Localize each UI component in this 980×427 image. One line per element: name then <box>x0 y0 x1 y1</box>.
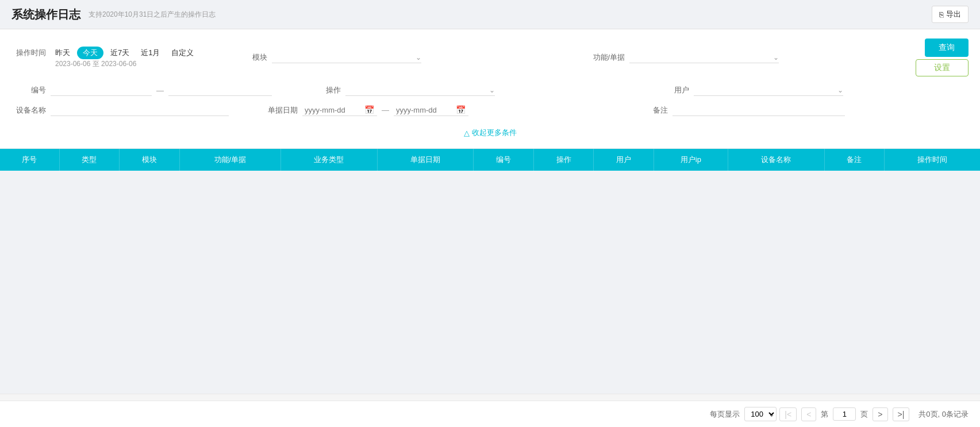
filter-remark-group: 备注 <box>633 105 969 116</box>
date-range-display: 2023-06-06 至 2023-06-06 <box>55 60 136 68</box>
time-options: 昨天 今天 近7天 近1月 自定义 <box>51 47 198 59</box>
table-header-cell: 类型 <box>59 149 119 171</box>
table-header-cell: 业务类型 <box>281 149 378 171</box>
table-header-cell: 单据日期 <box>377 149 474 171</box>
filter-time-group: 操作时间 昨天 今天 近7天 近1月 自定义 2023-06-06 至 2023… <box>11 47 198 69</box>
code-label: 编号 <box>11 85 46 95</box>
user-label: 用户 <box>655 85 689 95</box>
table-header-cell: 模块 <box>120 149 179 171</box>
page-size-label: 每页显示 <box>710 409 740 420</box>
function-chevron-icon: ⌄ <box>773 53 779 61</box>
time-btn-7days[interactable]: 近7天 <box>106 47 134 59</box>
table-area: 序号类型模块功能/单据业务类型单据日期编号操作用户用户ip设备名称备注操作时间 <box>0 149 980 394</box>
module-select[interactable]: ⌄ <box>272 52 421 63</box>
function-label: 功能/单据 <box>590 52 625 63</box>
table-header-cell: 编号 <box>474 149 533 171</box>
module-label: 模块 <box>233 52 267 63</box>
time-label: 操作时间 <box>11 48 46 58</box>
page-next-button[interactable]: > <box>873 407 887 421</box>
page-last-button[interactable]: >| <box>893 407 910 421</box>
collapse-label: 收起更多条件 <box>472 128 517 138</box>
user-select[interactable]: ⌄ <box>694 85 843 96</box>
horizontal-scrollbar[interactable] <box>0 394 980 401</box>
device-label: 设备名称 <box>11 105 46 116</box>
collapse-chevron-icon: △ <box>464 129 470 137</box>
calendar-to-icon[interactable]: 📅 <box>456 105 466 114</box>
table-header-cell: 用户ip <box>654 149 728 171</box>
filter-area: 操作时间 昨天 今天 近7天 近1月 自定义 2023-06-06 至 2023… <box>0 29 980 149</box>
time-btn-1month[interactable]: 近1月 <box>136 47 164 59</box>
filter-row-3: 设备名称 单据日期 📅 — 📅 备注 <box>11 104 969 116</box>
device-input[interactable] <box>51 105 229 116</box>
code-input-to[interactable] <box>168 84 272 96</box>
time-btn-custom[interactable]: 自定义 <box>167 47 198 59</box>
function-select[interactable]: ⌄ <box>629 52 779 63</box>
collapse-bar[interactable]: △ 收起更多条件 <box>11 124 969 144</box>
table-header-cell: 序号 <box>0 149 59 171</box>
operation-chevron-icon: ⌄ <box>489 86 495 94</box>
time-btn-today[interactable]: 今天 <box>77 47 103 59</box>
table-header-cell: 备注 <box>824 149 884 171</box>
table-header-cell: 操作 <box>533 149 593 171</box>
docdate-from-input[interactable] <box>305 106 362 114</box>
table-header-cell: 操作时间 <box>884 149 980 171</box>
page-title: 系统操作日志 <box>11 7 80 22</box>
docdate-dash: — <box>382 106 389 114</box>
code-dash: — <box>156 86 164 95</box>
operation-select[interactable]: ⌄ <box>345 85 495 96</box>
module-chevron-icon: ⌄ <box>416 53 421 61</box>
remark-input[interactable] <box>672 105 845 116</box>
filter-operation-group: 操作 ⌄ <box>306 85 620 96</box>
action-buttons: 查询 设置 <box>913 39 969 76</box>
filter-docdate-group: 单据日期 📅 — 📅 <box>263 104 599 116</box>
docdate-from-wrap[interactable]: 📅 <box>302 104 377 116</box>
page-size-select[interactable]: 100 50 200 <box>744 407 777 421</box>
operation-label: 操作 <box>306 85 341 95</box>
filter-function-group: 功能/单据 ⌄ <box>590 52 913 63</box>
table-header-cell: 功能/单据 <box>179 149 280 171</box>
table-body <box>0 171 980 378</box>
remark-label: 备注 <box>633 105 668 116</box>
pagination-bar: 每页显示 100 50 200 ⌄ |< < 第 页 > >| 共0页, 0条记… <box>0 401 980 427</box>
page-prev-button[interactable]: < <box>801 407 816 421</box>
time-btn-yesterday[interactable]: 昨天 <box>51 47 75 59</box>
page-unit-label: 页 <box>860 409 868 420</box>
settings-button[interactable]: 设置 <box>916 59 969 76</box>
export-button[interactable]: ⎘ 导出 <box>932 6 969 23</box>
user-chevron-icon: ⌄ <box>837 86 843 94</box>
calendar-from-icon[interactable]: 📅 <box>364 105 374 114</box>
docdate-to-wrap[interactable]: 📅 <box>394 104 468 116</box>
docdate-to-input[interactable] <box>396 106 454 114</box>
filter-row-1: 操作时间 昨天 今天 近7天 近1月 自定义 2023-06-06 至 2023… <box>11 39 969 76</box>
table-header-cell: 用户 <box>594 149 654 171</box>
table-header: 序号类型模块功能/单据业务类型单据日期编号操作用户用户ip设备名称备注操作时间 <box>0 149 980 171</box>
header-actions: ⎘ 导出 <box>932 6 969 23</box>
page-total: 共0页, 0条记录 <box>918 409 969 420</box>
page-input[interactable] <box>833 407 856 421</box>
table-header-cell: 设备名称 <box>728 149 824 171</box>
page-subtitle: 支持2020年10月31日之后产生的操作日志 <box>89 10 216 20</box>
page-first-button[interactable]: |< <box>779 407 797 421</box>
docdate-label: 单据日期 <box>263 105 298 116</box>
code-input-from[interactable] <box>51 84 152 96</box>
page-label: 第 <box>821 409 828 420</box>
filter-module-group: 模块 ⌄ <box>233 52 556 63</box>
data-table: 序号类型模块功能/单据业务类型单据日期编号操作用户用户ip设备名称备注操作时间 <box>0 149 980 378</box>
filter-user-group: 用户 ⌄ <box>655 85 969 96</box>
export-icon: ⎘ <box>939 10 944 19</box>
filter-row-2: 编号 — 操作 ⌄ 用户 ⌄ <box>11 84 969 96</box>
page-header: 系统操作日志 支持2020年10月31日之后产生的操作日志 ⎘ 导出 <box>0 0 980 29</box>
query-button[interactable]: 查询 <box>925 39 969 57</box>
